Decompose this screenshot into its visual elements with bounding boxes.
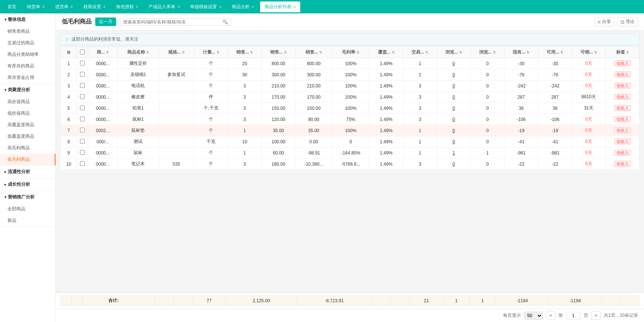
row-view1[interactable]: 0 bbox=[437, 114, 471, 125]
sort-icon[interactable]: ⇅ bbox=[560, 51, 563, 54]
sidebar-item-low-margin[interactable]: 低毛利商品 bbox=[0, 154, 55, 165]
sort-icon[interactable]: ⇅ bbox=[594, 51, 597, 54]
sidebar-group-title-clustering[interactable]: ▾ 类聚度分析 bbox=[0, 84, 55, 96]
sort-icon[interactable]: ⇅ bbox=[182, 51, 185, 54]
row-view1[interactable]: 1 bbox=[437, 147, 471, 159]
row-checkbox[interactable] bbox=[80, 139, 85, 144]
per-page-select[interactable]: 50 100 200 bbox=[524, 312, 543, 320]
row-name[interactable]: 电话机 bbox=[117, 80, 158, 92]
row-checkbox-cell[interactable] bbox=[77, 147, 88, 159]
row-name[interactable]: 笔记本 bbox=[117, 159, 158, 170]
row-checkbox[interactable] bbox=[80, 61, 85, 66]
row-name[interactable]: 吴细细1 bbox=[117, 69, 158, 80]
close-icon[interactable]: × bbox=[177, 5, 180, 9]
sidebar-group-title-marketing[interactable]: ▾ 营销推广分析 bbox=[0, 191, 55, 203]
sidebar-item-high-coverage[interactable]: 高覆盖度商品 bbox=[0, 119, 55, 131]
close-icon[interactable]: × bbox=[42, 5, 45, 9]
row-view1[interactable]: 0 bbox=[437, 136, 471, 147]
row-checkbox[interactable] bbox=[80, 150, 85, 155]
select-all-checkbox[interactable] bbox=[80, 50, 85, 54]
row-view1[interactable]: 0 bbox=[437, 159, 471, 170]
row-checkbox[interactable] bbox=[80, 117, 85, 121]
sidebar-item-category-sales-rate[interactable]: 商品分类助销率 bbox=[0, 49, 55, 60]
row-name[interactable]: 鼠标垫 bbox=[117, 125, 158, 136]
nav-product-analysis[interactable]: 商品分析 × bbox=[227, 1, 259, 12]
row-checkbox[interactable] bbox=[80, 161, 85, 166]
sort-icon[interactable]: ⇅ bbox=[146, 51, 149, 54]
row-view1[interactable]: 0 bbox=[437, 58, 471, 69]
prev-page-button[interactable]: ＜ bbox=[546, 311, 555, 320]
nav-product-analysis-list[interactable]: 商品分析列表 × bbox=[260, 1, 300, 12]
row-checkbox-cell[interactable] bbox=[77, 69, 88, 80]
sidebar-item-high-value[interactable]: 高价值商品 bbox=[0, 96, 55, 108]
close-icon[interactable]: × bbox=[136, 5, 138, 9]
nav-sales-order[interactable]: 销货单 × bbox=[22, 1, 49, 12]
sidebar-item-stock-capital[interactable]: 库存资金占用 bbox=[0, 72, 55, 83]
row-name[interactable]: 橡皮擦 bbox=[117, 92, 158, 103]
sort-icon[interactable]: ⇅ bbox=[356, 51, 359, 54]
share-button[interactable]: ⎋ 分享 bbox=[595, 17, 614, 26]
sort-icon[interactable]: ⇅ bbox=[106, 51, 109, 54]
close-icon[interactable]: × bbox=[252, 5, 254, 9]
col-settings[interactable]: ⚙ bbox=[61, 47, 77, 58]
sidebar-group-title-circulation[interactable]: ▸ 流通性分析 bbox=[0, 166, 55, 178]
sort-icon[interactable]: ⇅ bbox=[392, 51, 395, 54]
sort-icon[interactable]: ⇅ bbox=[217, 51, 220, 54]
row-checkbox-cell[interactable] bbox=[77, 114, 88, 125]
nav-home[interactable]: 首页 bbox=[3, 1, 21, 12]
close-icon[interactable]: × bbox=[294, 5, 296, 9]
row-view1[interactable]: 0 bbox=[437, 103, 471, 114]
close-icon[interactable]: × bbox=[219, 5, 221, 9]
sort-icon[interactable]: ⇅ bbox=[626, 51, 629, 54]
sort-icon[interactable]: ⇅ bbox=[526, 51, 529, 54]
row-checkbox-cell[interactable] bbox=[77, 103, 88, 114]
row-checkbox[interactable] bbox=[80, 72, 85, 77]
nav-purchase-order[interactable]: 进货单 × bbox=[51, 1, 77, 12]
row-view1[interactable]: 0 bbox=[437, 80, 471, 92]
search-icon[interactable]: 🔍 bbox=[222, 19, 228, 25]
row-checkbox-cell[interactable] bbox=[77, 159, 88, 170]
sort-icon[interactable]: ⇅ bbox=[425, 51, 428, 54]
col-checkbox-all[interactable] bbox=[77, 47, 88, 58]
row-view1[interactable]: 0 bbox=[437, 92, 471, 103]
row-name[interactable]: 鼠标1 bbox=[117, 114, 158, 125]
row-name[interactable]: 铅笔1 bbox=[117, 103, 158, 114]
row-checkbox-cell[interactable] bbox=[77, 92, 88, 103]
nav-template-setting[interactable]: 单据模板设置 × bbox=[186, 1, 226, 12]
row-checkbox[interactable] bbox=[80, 83, 85, 88]
next-page-button[interactable]: ＞ bbox=[591, 311, 601, 320]
settings-gear[interactable]: ⚙ bbox=[67, 50, 71, 55]
sort-icon[interactable]: ⇅ bbox=[284, 51, 287, 54]
page-number-input[interactable] bbox=[566, 312, 581, 319]
row-checkbox[interactable] bbox=[80, 94, 85, 99]
row-checkbox[interactable] bbox=[80, 105, 85, 110]
sidebar-item-all-products[interactable]: 全部商品 bbox=[0, 203, 55, 215]
row-checkbox-cell[interactable] bbox=[77, 125, 88, 136]
sidebar-group-title-growth[interactable]: ▸ 成长性分析 bbox=[0, 178, 55, 191]
sort-icon[interactable]: ⇅ bbox=[250, 51, 253, 54]
sidebar-group-title-overall[interactable]: ▾ 整体信息 bbox=[0, 13, 55, 26]
sort-icon[interactable]: ⇅ bbox=[493, 51, 496, 54]
nav-product-inbound[interactable]: 产成品入库单 × bbox=[144, 1, 184, 12]
sidebar-item-low-coverage[interactable]: 低覆盖度商品 bbox=[0, 131, 55, 142]
row-checkbox-cell[interactable] bbox=[77, 80, 88, 92]
nav-permission-setting[interactable]: 权限设置 × bbox=[79, 1, 110, 12]
sidebar-item-high-margin[interactable]: 高毛利商品 bbox=[0, 142, 55, 154]
close-icon[interactable]: × bbox=[103, 5, 106, 9]
row-checkbox[interactable] bbox=[80, 128, 85, 133]
sidebar-item-traded-products[interactable]: 交易过的商品 bbox=[0, 37, 55, 49]
sort-icon[interactable]: ⇅ bbox=[319, 51, 322, 54]
row-view1[interactable]: 0 bbox=[437, 69, 471, 80]
row-name[interactable]: 属性定价 bbox=[117, 58, 158, 69]
row-checkbox-cell[interactable] bbox=[77, 136, 88, 147]
sort-icon[interactable]: ⇅ bbox=[459, 51, 462, 54]
export-button[interactable]: ⊡ 导出 bbox=[617, 17, 638, 26]
sidebar-item-in-stock-products[interactable]: 有库存的商品 bbox=[0, 60, 55, 72]
sidebar-item-sales-products[interactable]: 销售类商品 bbox=[0, 26, 55, 37]
close-icon[interactable]: × bbox=[71, 5, 73, 9]
row-name[interactable]: 测试 bbox=[117, 136, 158, 147]
row-checkbox-cell[interactable] bbox=[77, 58, 88, 69]
row-view1[interactable]: 0 bbox=[437, 125, 471, 136]
sidebar-item-low-value[interactable]: 低价值商品 bbox=[0, 108, 55, 119]
sidebar-item-new-products[interactable]: 新品 bbox=[0, 215, 55, 226]
